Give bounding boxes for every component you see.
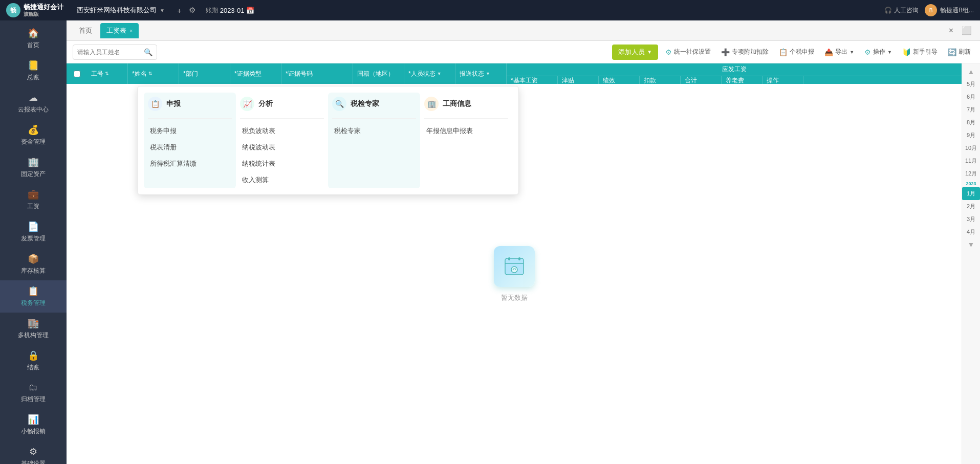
month-1-active[interactable]: 1月 bbox=[962, 187, 980, 200]
month-7[interactable]: 7月 bbox=[962, 103, 980, 116]
fenxi-title: 分析 bbox=[258, 99, 273, 108]
salary-tab-label: 工资表 bbox=[106, 26, 126, 35]
menu-nashui-tongji[interactable]: 纳税统计表 bbox=[240, 156, 324, 172]
calendar-icon[interactable]: 📅 bbox=[246, 7, 254, 14]
sidebar-item-ledger[interactable]: 📒 总账 bbox=[0, 55, 67, 87]
sidebar-item-reports[interactable]: ☁ 云报表中心 bbox=[0, 87, 67, 119]
add-icon[interactable]: + bbox=[175, 4, 184, 17]
th-total-label: 合计 bbox=[685, 76, 697, 85]
operate-button[interactable]: ⚙ 操作 ▼ bbox=[861, 46, 895, 58]
th-base: *基本工资 bbox=[507, 76, 558, 85]
shenb-header-icon: 📋 bbox=[148, 97, 162, 111]
menu-shuwu-shenb[interactable]: 税务申报 bbox=[148, 123, 232, 139]
th-dept-label: *部门 bbox=[183, 70, 198, 78]
menu-shuijian-zhuanjia[interactable]: 税检专家 bbox=[332, 123, 416, 139]
search-wrap: 🔍 bbox=[73, 45, 157, 60]
gongshang-divider bbox=[424, 118, 508, 119]
month-10[interactable]: 10月 bbox=[962, 142, 980, 154]
tax-report-label: 个税申报 bbox=[790, 48, 814, 56]
settings-icon[interactable]: ⚙ bbox=[187, 4, 198, 17]
social-icon: ⚙ bbox=[665, 48, 672, 56]
table-header: 工号 ⇅ *姓名 ⇅ *部门 *证据类型 bbox=[67, 63, 962, 84]
tab-home[interactable]: 首页 bbox=[73, 23, 98, 38]
funds-icon: 💰 bbox=[28, 124, 39, 136]
special-deduction-button[interactable]: ➕ 专项附加扣除 bbox=[718, 46, 772, 58]
tab-close-icon[interactable]: × bbox=[129, 28, 133, 34]
home-icon: 🏠 bbox=[28, 28, 39, 39]
year-up-icon[interactable]: ▲ bbox=[966, 65, 977, 78]
month-4[interactable]: 4月 bbox=[962, 226, 980, 238]
month-2[interactable]: 2月 bbox=[962, 200, 980, 213]
salary-icon: 💼 bbox=[28, 189, 39, 200]
sidebar-item-invoice[interactable]: 📄 发票管理 bbox=[0, 216, 67, 248]
menu-shuifu-bodong[interactable]: 税负波动表 bbox=[240, 123, 324, 139]
refresh-button[interactable]: 🔄 刷新 bbox=[945, 46, 974, 58]
guide-button[interactable]: 🔰 新手引导 bbox=[899, 46, 941, 58]
period-label: 账期 bbox=[206, 6, 218, 15]
zhuanjia-divider bbox=[332, 118, 416, 119]
th-salary-group: 应发工资 *基本工资 津贴 绩效 bbox=[507, 63, 962, 85]
menu-shouru-cesuan[interactable]: 收入测算 bbox=[240, 172, 324, 188]
fenxi-header-icon: 📈 bbox=[240, 97, 254, 111]
menu-nianbao-shenb[interactable]: 年报信息申报表 bbox=[424, 123, 508, 139]
search-input[interactable] bbox=[77, 49, 144, 56]
sidebar-item-assets[interactable]: 🏢 固定资产 bbox=[0, 151, 67, 184]
social-settings-button[interactable]: ⚙ 统一社保设置 bbox=[662, 46, 714, 58]
sidebar-item-multi[interactable]: 🏬 多机构管理 bbox=[0, 313, 67, 345]
th-base-label: *基本工资 bbox=[511, 76, 538, 85]
menu-nashui-bodong[interactable]: 纳税波动表 bbox=[240, 139, 324, 156]
popup-section-gongshang: 🏢 工商信息 年报信息申报表 bbox=[420, 93, 512, 188]
th-region: 国籍（地区） bbox=[353, 63, 404, 84]
sidebar-label-ledger: 总账 bbox=[27, 73, 39, 82]
tax-report-button[interactable]: 📋 个税申报 bbox=[776, 46, 817, 58]
add-person-button[interactable]: 添加人员 ▼ bbox=[612, 45, 658, 60]
service-button[interactable]: 🎧 人工咨询 bbox=[884, 6, 919, 15]
sidebar-item-salary[interactable]: 💼 工资 bbox=[0, 184, 67, 216]
sidebar-item-closing[interactable]: 🔒 结账 bbox=[0, 345, 67, 377]
sidebar-item-xiaochang[interactable]: 📊 小畅报销 bbox=[0, 409, 67, 441]
company-selector[interactable]: 西安虾米网络科技有限公司 ▼ bbox=[73, 4, 169, 17]
month-9[interactable]: 9月 bbox=[962, 129, 980, 142]
dropdown-popup-menu[interactable]: 📋 申报 税务申报 税表清册 所得税汇算清缴 📈 分析 bbox=[137, 86, 519, 195]
month-11[interactable]: 11月 bbox=[962, 154, 980, 167]
month-6[interactable]: 6月 bbox=[962, 91, 980, 103]
empty-icon bbox=[494, 246, 535, 287]
month-3[interactable]: 3月 bbox=[962, 213, 980, 226]
export-button[interactable]: 📤 导出 ▼ bbox=[821, 46, 857, 58]
sidebar-item-archive[interactable]: 🗂 归档管理 bbox=[0, 377, 67, 409]
close-window-button[interactable]: × bbox=[947, 25, 955, 36]
select-all-checkbox[interactable] bbox=[74, 71, 80, 77]
month-12[interactable]: 12月 bbox=[962, 167, 980, 180]
shenb-title: 申报 bbox=[166, 99, 181, 108]
sidebar-item-inventory[interactable]: 📦 库存核算 bbox=[0, 248, 67, 280]
fenxi-divider bbox=[240, 118, 324, 119]
menu-shuib-qingce[interactable]: 税表清册 bbox=[148, 139, 232, 156]
sidebar-item-home[interactable]: 🏠 首页 bbox=[0, 23, 67, 55]
th-report-filter-icon[interactable]: ▼ bbox=[486, 71, 490, 76]
th-id-sort-icon[interactable]: ⇅ bbox=[105, 71, 109, 76]
month-8[interactable]: 8月 bbox=[962, 116, 980, 129]
sidebar-label-home: 首页 bbox=[27, 41, 39, 50]
th-certno-label: *证据号码 bbox=[286, 70, 313, 78]
sidebar-label-assets: 固定资产 bbox=[21, 170, 46, 179]
sidebar-item-tax[interactable]: 📋 税务管理 bbox=[0, 280, 67, 313]
sidebar-item-settings[interactable]: ⚙ 基础设置 bbox=[0, 441, 67, 464]
export-dropdown-icon: ▼ bbox=[850, 50, 854, 55]
th-name: *姓名 ⇅ bbox=[128, 63, 179, 84]
restore-window-button[interactable]: ⬜ bbox=[960, 25, 974, 36]
company-dropdown-icon: ▼ bbox=[160, 8, 165, 13]
month-5[interactable]: 5月 bbox=[962, 78, 980, 91]
search-icon[interactable]: 🔍 bbox=[144, 48, 153, 56]
archive-icon: 🗂 bbox=[29, 382, 38, 393]
multi-icon: 🏬 bbox=[28, 318, 39, 329]
th-status-filter-icon[interactable]: ▼ bbox=[437, 71, 442, 76]
year-down-icon[interactable]: ▼ bbox=[966, 238, 977, 251]
menu-suode-huisuan[interactable]: 所得税汇算清缴 bbox=[148, 156, 232, 172]
export-label: 导出 bbox=[835, 48, 847, 56]
service-label: 人工咨询 bbox=[894, 6, 919, 15]
user-area[interactable]: B 畅捷通B组... bbox=[925, 4, 974, 16]
th-id-label: 工号 bbox=[91, 70, 103, 78]
th-name-sort-icon[interactable]: ⇅ bbox=[148, 71, 153, 76]
sidebar-item-funds[interactable]: 💰 资金管理 bbox=[0, 119, 67, 151]
tab-salary-table[interactable]: 工资表 × bbox=[100, 23, 139, 38]
